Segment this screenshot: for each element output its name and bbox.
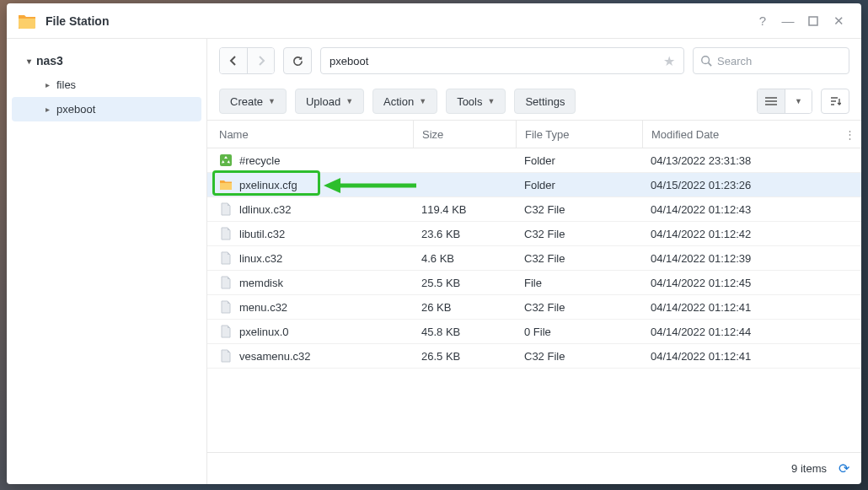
close-button[interactable]: ✕: [826, 8, 851, 34]
table-row[interactable]: menu.c3226 KBC32 File04/14/2022 01:12:41: [207, 295, 861, 320]
upload-button[interactable]: Upload▼: [295, 89, 364, 114]
app-icon: [17, 11, 37, 31]
table-row[interactable]: linux.c324.6 KBC32 File04/14/2022 01:12:…: [207, 246, 861, 271]
file-type: C32 File: [516, 203, 642, 216]
sidebar-item-files[interactable]: files: [12, 73, 201, 97]
favorite-icon[interactable]: ★: [663, 53, 675, 69]
file-icon: [219, 251, 233, 265]
action-button[interactable]: Action▼: [372, 89, 437, 114]
sidebar-item-pxeboot[interactable]: pxeboot: [12, 97, 201, 121]
main-panel: pxeboot ★ Create▼ Upload▼ Action▼ Tools▼…: [207, 39, 861, 484]
tree-root[interactable]: nas3: [7, 49, 206, 73]
recycle-icon: [219, 153, 233, 167]
search-input[interactable]: [717, 55, 842, 67]
table-row[interactable]: #recycleFolder04/13/2022 23:31:38: [207, 148, 861, 173]
maximize-button[interactable]: [801, 8, 826, 34]
file-name: pxelinux.cfg: [239, 179, 297, 191]
file-modified: 04/15/2022 01:23:26: [642, 179, 861, 191]
tools-button[interactable]: Tools▼: [446, 89, 506, 114]
view-dropdown-button[interactable]: ▼: [785, 89, 812, 113]
table-row[interactable]: libutil.c3223.6 KBC32 File04/14/2022 01:…: [207, 222, 861, 246]
help-button[interactable]: ?: [750, 8, 775, 34]
path-text: pxeboot: [330, 55, 368, 67]
file-list[interactable]: #recycleFolder04/13/2022 23:31:38pxelinu…: [207, 148, 861, 452]
window-body: nas3 filespxeboot pxeboot ★: [7, 39, 861, 484]
path-input[interactable]: pxeboot ★: [320, 47, 684, 74]
chevron-down-icon: ▼: [795, 97, 802, 105]
table-header: Name Size File Type Modified Date ⋮: [207, 120, 861, 148]
sidebar: nas3 filespxeboot: [7, 39, 207, 484]
file-icon: [219, 227, 233, 240]
minimize-button[interactable]: —: [775, 8, 801, 34]
column-modified[interactable]: Modified Date: [642, 121, 838, 148]
sidebar-item-label: files: [56, 78, 76, 91]
file-size: 26 KB: [413, 301, 516, 314]
table-row[interactable]: memdisk25.5 KBFile04/14/2022 01:12:45: [207, 271, 861, 295]
table-row[interactable]: pxelinux.045.8 KB0 File04/14/2022 01:12:…: [207, 320, 861, 344]
file-size: 26.5 KB: [413, 350, 516, 363]
file-modified: 04/14/2022 01:12:43: [642, 203, 861, 216]
list-view-button[interactable]: [758, 89, 785, 113]
file-modified: 04/13/2022 23:31:38: [642, 154, 861, 167]
file-type: Folder: [516, 154, 642, 167]
file-type: C32 File: [516, 252, 642, 265]
file-station-window: File Station ? — ✕ nas3 filespxeboot pxe…: [7, 3, 861, 484]
refresh-button[interactable]: [283, 47, 312, 74]
table-row[interactable]: pxelinux.cfgFolder04/15/2022 01:23:26: [207, 173, 861, 197]
file-name: linux.c32: [239, 252, 282, 265]
file-modified: 04/14/2022 01:12:45: [642, 277, 861, 289]
folder-icon: [219, 178, 233, 191]
back-button[interactable]: [220, 48, 247, 73]
file-icon: [219, 325, 233, 338]
file-name: menu.c32: [239, 301, 287, 314]
file-modified: 04/14/2022 01:12:42: [642, 228, 861, 240]
file-size: 4.6 KB: [413, 252, 516, 265]
svg-rect-0: [809, 17, 817, 25]
settings-button[interactable]: Settings: [514, 89, 576, 114]
file-type: C32 File: [516, 228, 642, 240]
status-bar: 9 items ⟳: [207, 452, 861, 484]
search-box[interactable]: [693, 47, 849, 74]
svg-point-1: [702, 57, 710, 64]
action-toolbar: Create▼ Upload▼ Action▼ Tools▼ Settings …: [207, 83, 861, 120]
table-row[interactable]: ldlinux.c32119.4 KBC32 File04/14/2022 01…: [207, 197, 861, 222]
file-type: C32 File: [516, 301, 642, 314]
window-title: File Station: [46, 14, 750, 28]
file-icon: [219, 202, 233, 216]
chevron-down-icon: ▼: [268, 97, 276, 105]
create-button[interactable]: Create▼: [219, 89, 287, 114]
column-menu[interactable]: ⋮: [838, 128, 861, 141]
table-row[interactable]: vesamenu.c3226.5 KBC32 File04/14/2022 01…: [207, 344, 861, 369]
titlebar: File Station ? — ✕: [7, 3, 861, 39]
file-type: C32 File: [516, 350, 642, 363]
view-mode-group: ▼: [757, 89, 812, 114]
column-size[interactable]: Size: [413, 121, 516, 148]
chevron-down-icon: ▼: [419, 97, 426, 105]
file-modified: 04/14/2022 01:12:41: [642, 350, 861, 363]
file-modified: 04/14/2022 01:12:44: [642, 326, 861, 338]
file-size: 25.5 KB: [413, 277, 516, 289]
file-icon: [219, 276, 233, 289]
file-name: libutil.c32: [239, 228, 285, 240]
file-size: 23.6 KB: [413, 228, 516, 240]
reload-button[interactable]: ⟳: [839, 460, 849, 477]
file-name: #recycle: [239, 154, 280, 167]
file-name: pxelinux.0: [239, 326, 289, 338]
file-type: Folder: [516, 179, 642, 191]
file-size: 45.8 KB: [413, 326, 516, 338]
file-modified: 04/14/2022 01:12:41: [642, 301, 861, 314]
column-name[interactable]: Name: [207, 128, 413, 141]
sidebar-item-label: pxeboot: [56, 103, 95, 116]
file-size: 119.4 KB: [413, 203, 516, 216]
file-name: vesamenu.c32: [239, 350, 311, 363]
file-name: ldlinux.c32: [239, 203, 291, 216]
nav-toolbar: pxeboot ★: [207, 39, 861, 83]
item-count: 9 items: [791, 462, 827, 475]
nav-group: [219, 47, 275, 74]
chevron-down-icon: ▼: [346, 97, 353, 105]
chevron-down-icon: ▼: [488, 97, 496, 105]
svg-line-2: [709, 63, 712, 67]
forward-button[interactable]: [247, 48, 274, 73]
sort-button[interactable]: [821, 89, 849, 114]
column-type[interactable]: File Type: [516, 121, 642, 148]
